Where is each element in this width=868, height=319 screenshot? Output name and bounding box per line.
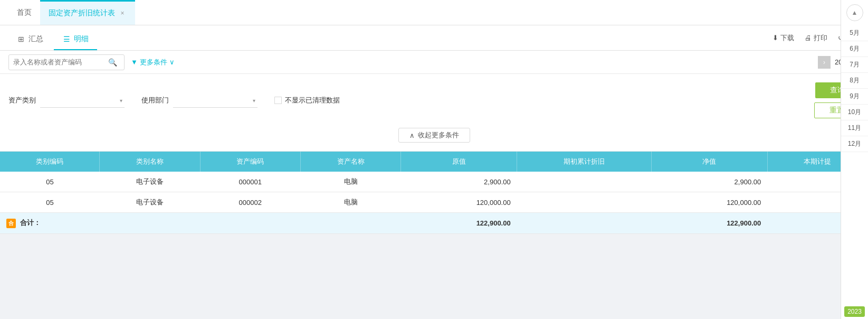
month-6[interactable]: 6月 [841,41,868,57]
search-bar: 🔍 ▼ 更多条件 ∨ › 2023.01 [0,51,868,74]
table-row[interactable]: 05 电子设备 000002 电脑 120,000.00 120,000.00 [0,192,868,213]
total-row: 合 合计： 122,900.00 122,900.00 [0,213,868,234]
hide-cleared-wrap: 不显示已清理数据 [274,96,340,105]
total-accumulated-depreciation [517,213,651,234]
asset-category-filter: 资产类别 ▾ [8,93,125,108]
department-filter: 使用部门 ▾ [141,93,257,108]
total-icon: 合 [6,219,16,228]
active-tab[interactable]: 固定资产折旧统计表 × [40,0,135,25]
cell-asset-code: 000001 [200,172,300,192]
data-table: 类别编码 类别名称 资产编码 资产名称 原值 期初累计折旧 净值 本期计提 05… [0,152,868,234]
sub-tabs: ⊞ 汇总 ☰ 明细 [8,25,97,50]
asset-category-select-wrap: ▾ [40,93,125,108]
col-accumulated-depreciation: 期初累计折旧 [517,152,651,172]
col-net-value: 净值 [651,152,767,172]
col-original-value: 原值 [401,152,517,172]
filter-row: 资产类别 ▾ 使用部门 ▾ 不显示已清理数据 查询 重置 [8,82,860,118]
col-asset-code: 资产编码 [200,152,300,172]
more-conditions-button[interactable]: ▼ 更多条件 ∨ [131,58,175,67]
tab-summary-label: 汇总 [28,34,43,44]
tab-detail[interactable]: ☰ 明细 [54,29,97,50]
hide-cleared-checkbox[interactable] [274,97,282,104]
print-label: 打印 [814,33,827,43]
total-original-value: 122,900.00 [401,213,517,234]
print-icon: 🖨 [805,34,812,42]
cell-accumulated-depreciation [517,192,651,213]
table-row[interactable]: 05 电子设备 000001 电脑 2,900.00 2,900.00 [0,172,868,192]
filter-icon: ▼ [131,58,138,66]
asset-category-select[interactable] [40,93,125,108]
table-header-row: 类别编码 类别名称 资产编码 资产名称 原值 期初累计折旧 净值 本期计提 [0,152,868,172]
col-asset-name: 资产名称 [300,152,400,172]
collapse-icon: ∧ [409,132,415,139]
table-wrap: 类别编码 类别名称 资产编码 资产名称 原值 期初累计折旧 净值 本期计提 05… [0,152,868,234]
total-label: 合计： [20,219,41,227]
tab-summary[interactable]: ⊞ 汇总 [8,29,52,50]
month-12[interactable]: 12月 [841,136,868,152]
month-7[interactable]: 7月 [841,57,868,73]
year-badge[interactable]: 2023 [844,306,865,317]
filter-panel: 资产类别 ▾ 使用部门 ▾ 不显示已清理数据 查询 重置 [0,74,868,152]
cell-original-value: 2,900.00 [401,172,517,192]
sub-tab-bar: ⊞ 汇总 ☰ 明细 ⬇ 下载 🖨 打印 ↺ 刷新 [0,25,868,51]
department-select-wrap: ▾ [173,93,257,108]
cell-original-value: 120,000.00 [401,192,517,213]
department-label: 使用部门 [141,96,169,105]
nav-home[interactable]: 首页 [8,0,40,25]
summary-icon: ⊞ [17,35,25,43]
more-conditions-label: 更多条件 [140,58,167,67]
top-nav: 首页 固定资产折旧统计表 × ✕ [0,0,868,25]
col-category-name: 类别名称 [100,152,200,172]
collapse-row: ∧ 收起更多条件 [8,125,860,147]
download-icon: ⬇ [772,34,778,42]
total-net-value: 122,900.00 [651,213,767,234]
right-panel: ▲ 5月 6月 7月 8月 9月 10月 11月 12月 2023 [841,0,868,319]
cell-category-name: 电子设备 [100,192,200,213]
cell-net-value: 2,900.00 [651,172,767,192]
month-8[interactable]: 8月 [841,73,868,89]
cell-category-name: 电子设备 [100,172,200,192]
month-11[interactable]: 11月 [841,120,868,136]
cell-category-code: 05 [0,172,100,192]
search-input[interactable] [13,58,108,66]
search-icon: 🔍 [108,58,117,67]
download-label: 下载 [780,33,794,43]
month-5[interactable]: 5月 [841,25,868,41]
col-category-code: 类别编码 [0,152,100,172]
detail-icon: ☰ [62,35,71,43]
cell-net-value: 120,000.00 [651,192,767,213]
download-button[interactable]: ⬇ 下载 [772,33,794,43]
hide-cleared-label: 不显示已清理数据 [285,96,340,105]
print-button[interactable]: 🖨 打印 [805,33,827,43]
month-10[interactable]: 10月 [841,105,868,120]
nav-arrow-button[interactable]: › [818,56,831,69]
collapse-label: 收起更多条件 [418,130,459,140]
total-label-cell: 合 合计： [0,213,401,234]
cell-category-code: 05 [0,192,100,213]
month-9[interactable]: 9月 [841,89,868,105]
cell-asset-name: 电脑 [300,192,400,213]
tab-close-icon[interactable]: × [118,9,127,17]
cell-asset-code: 000002 [200,192,300,213]
tab-label: 固定资产折旧统计表 [49,8,115,18]
scroll-up-button[interactable]: ▲ [846,4,863,21]
cell-asset-name: 电脑 [300,172,400,192]
department-select[interactable] [173,93,257,108]
collapse-button[interactable]: ∧ 收起更多条件 [398,128,470,143]
chevron-down-icon: ∨ [169,58,175,66]
cell-accumulated-depreciation [517,172,651,192]
search-input-wrap: 🔍 [8,54,125,70]
tab-detail-label: 明细 [74,34,89,44]
asset-category-label: 资产类别 [8,96,36,105]
